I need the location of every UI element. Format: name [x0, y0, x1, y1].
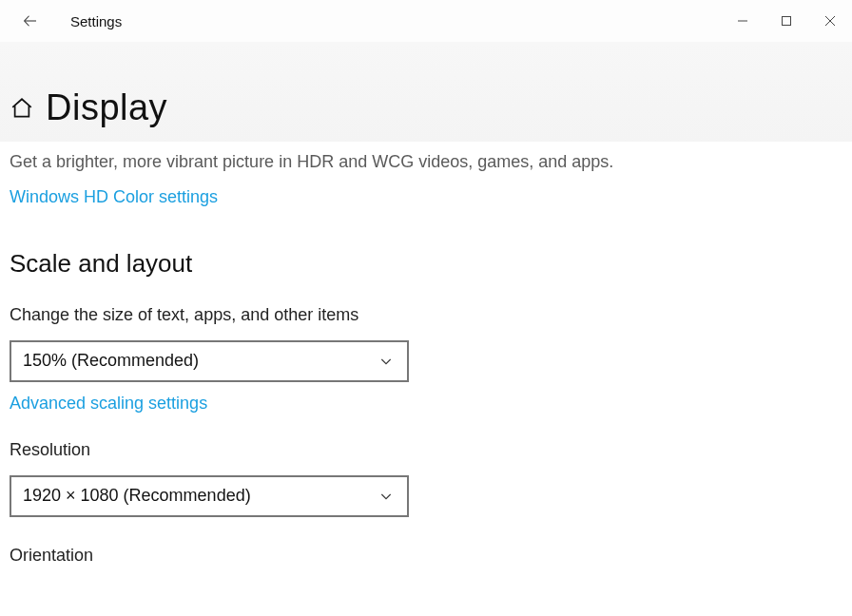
text-size-value: 150% (Recommended)	[23, 351, 199, 371]
text-size-label: Change the size of text, apps, and other…	[10, 305, 842, 325]
minimize-button[interactable]	[721, 0, 765, 42]
back-button[interactable]	[17, 8, 44, 34]
minimize-icon	[737, 15, 748, 27]
close-button[interactable]	[808, 0, 852, 42]
advanced-scaling-link[interactable]: Advanced scaling settings	[10, 394, 207, 414]
close-icon	[824, 15, 836, 27]
scale-layout-heading: Scale and layout	[10, 249, 842, 279]
header-row: Display	[10, 87, 842, 128]
maximize-button[interactable]	[765, 0, 808, 42]
resolution-label: Resolution	[10, 440, 842, 460]
maximize-icon	[781, 15, 792, 27]
window-controls	[721, 0, 852, 42]
window-title: Settings	[70, 13, 122, 29]
hd-color-settings-link[interactable]: Windows HD Color settings	[10, 187, 218, 207]
content-area: Get a brighter, more vibrant picture in …	[0, 142, 852, 566]
resolution-dropdown[interactable]: 1920 × 1080 (Recommended)	[10, 475, 409, 517]
page-title: Display	[46, 87, 167, 128]
chevron-down-icon	[378, 354, 394, 369]
resolution-value: 1920 × 1080 (Recommended)	[23, 486, 251, 506]
chevron-down-icon	[378, 489, 394, 504]
home-icon	[10, 96, 34, 121]
titlebar: Settings	[0, 0, 852, 42]
header-band: Display	[0, 42, 852, 142]
hdr-description: Get a brighter, more vibrant picture in …	[10, 149, 618, 176]
text-size-dropdown[interactable]: 150% (Recommended)	[10, 340, 409, 382]
svg-rect-2	[783, 17, 791, 26]
arrow-left-icon	[22, 12, 39, 29]
orientation-label: Orientation	[10, 546, 842, 566]
